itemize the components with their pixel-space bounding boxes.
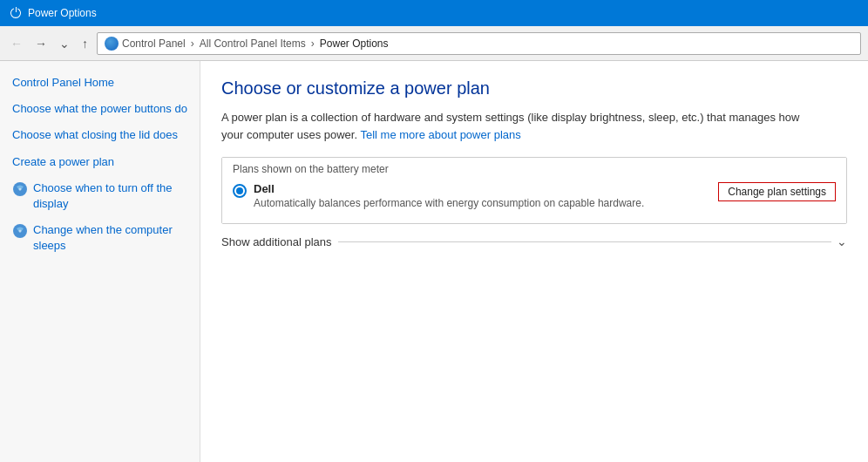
sidebar-label-computer-sleeps: Change when the computer sleeps: [33, 222, 187, 254]
additional-plans-row[interactable]: Show additional plans ⌄: [221, 234, 847, 248]
change-plan-button[interactable]: Change plan settings: [718, 182, 836, 201]
svg-point-3: [19, 230, 22, 233]
forward-button[interactable]: →: [31, 35, 51, 52]
breadcrumb-power: Power Options: [320, 37, 389, 50]
sidebar-item-power-buttons[interactable]: Choose what the power buttons do: [0, 96, 200, 122]
additional-plans-line: [338, 241, 831, 242]
breadcrumb-all: All Control Panel Items: [200, 37, 306, 50]
plan-radio[interactable]: [233, 184, 247, 198]
main-layout: Control Panel Home Choose what the power…: [0, 61, 868, 462]
plan-name: Dell: [254, 182, 644, 195]
sidebar-label-power-buttons: Choose what the power buttons do: [12, 101, 187, 117]
sep2: ›: [311, 37, 315, 50]
plans-section: Plans shown on the battery meter Dell Au…: [221, 157, 847, 224]
recent-button[interactable]: ⌄: [56, 35, 73, 52]
sidebar-label-turn-off-display: Choose when to turn off the display: [33, 180, 187, 212]
sep1: ›: [191, 37, 194, 50]
additional-plans-label: Show additional plans: [221, 235, 331, 248]
title-bar: Power Options: [0, 0, 868, 26]
sidebar-item-closing-lid[interactable]: Choose what closing the lid does: [0, 122, 200, 148]
learn-more-link[interactable]: Tell me more about power plans: [360, 128, 520, 141]
plan-left: Dell Automatically balances performance …: [233, 182, 718, 209]
sidebar: Control Panel Home Choose what the power…: [0, 61, 200, 462]
breadcrumb-cp: Control Panel: [122, 37, 186, 50]
plans-header: Plans shown on the battery meter: [222, 158, 846, 175]
sidebar-label-control-panel-home: Control Panel Home: [12, 75, 187, 91]
back-button[interactable]: ←: [7, 35, 26, 52]
sidebar-label-create-plan: Create a power plan: [12, 154, 187, 170]
plan-info: Dell Automatically balances performance …: [254, 182, 644, 209]
radio-inner: [236, 187, 243, 194]
content-area: Choose or customize a power plan A power…: [200, 61, 868, 462]
svg-point-1: [19, 187, 22, 190]
radio-outer[interactable]: [233, 184, 247, 198]
plan-description: Automatically balances performance with …: [254, 197, 644, 209]
address-field[interactable]: Control Panel › All Control Panel Items …: [97, 32, 861, 55]
sidebar-label-closing-lid: Choose what closing the lid does: [12, 127, 187, 143]
globe-icon: [105, 37, 119, 51]
sidebar-item-create-plan[interactable]: Create a power plan: [0, 149, 200, 175]
sidebar-item-turn-off-display[interactable]: Choose when to turn off the display: [0, 175, 200, 217]
address-bar: ← → ⌄ ↑ Control Panel › All Control Pane…: [0, 26, 868, 61]
sidebar-item-control-panel-home[interactable]: Control Panel Home: [0, 70, 200, 96]
plans-body: Dell Automatically balances performance …: [222, 175, 846, 223]
sleep-icon: [12, 223, 28, 239]
power-icon: [9, 6, 23, 20]
chevron-down-icon[interactable]: ⌄: [837, 234, 847, 248]
sidebar-item-computer-sleeps[interactable]: Change when the computer sleeps: [0, 217, 200, 259]
page-title: Choose or customize a power plan: [221, 78, 847, 99]
window-title: Power Options: [28, 7, 97, 19]
plan-row-dell: Dell Automatically balances performance …: [233, 182, 836, 209]
up-button[interactable]: ↑: [78, 35, 92, 52]
description: A power plan is a collection of hardware…: [221, 109, 814, 143]
monitor-icon: [12, 181, 28, 197]
